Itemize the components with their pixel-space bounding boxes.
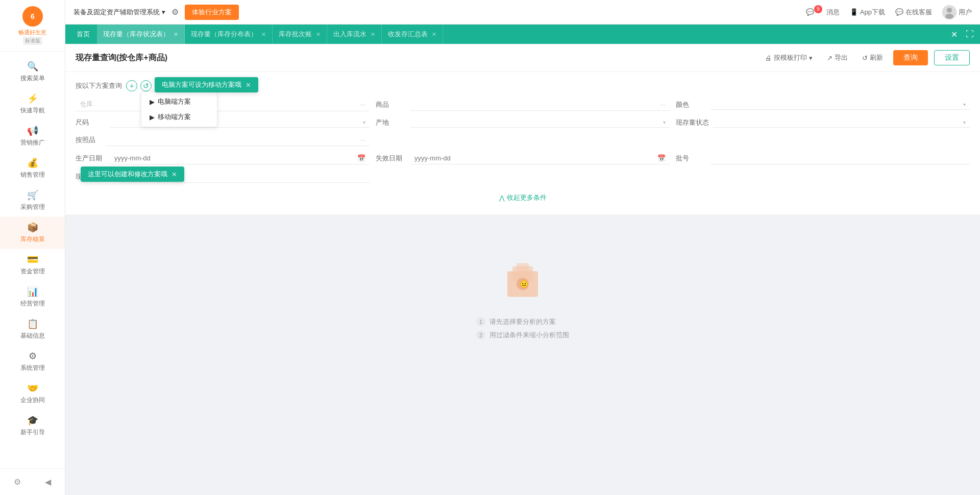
- filter-expiry-date: 失效日期 📅: [376, 152, 670, 164]
- app-download-btn[interactable]: 📱 App下载: [850, 8, 885, 17]
- sidebar-item-enterprise[interactable]: 🤝 企业协同: [0, 378, 65, 410]
- empty-steps: 1 请先选择要分析的方案 2 用过滤条件来缩小分析范围: [476, 317, 569, 340]
- scheme-expand-pc: ▶: [150, 98, 155, 106]
- batch-label: 批号: [676, 154, 706, 163]
- warehouse-select[interactable]: 仓库 ···: [76, 98, 370, 111]
- scheme-expand-mobile: ▶: [150, 113, 155, 121]
- sidebar-item-finance[interactable]: 💳 资金管理: [0, 249, 65, 281]
- expiry-date-calendar-icon[interactable]: 📅: [657, 154, 666, 162]
- messages-btn[interactable]: 💬 9 消息: [806, 8, 840, 17]
- message-label: 消息: [826, 8, 840, 17]
- refresh-icon: ↺: [862, 54, 868, 62]
- step-2-num: 2: [476, 331, 485, 340]
- scheme-tooltip-text: 电脑方案可设为移动方案哦: [162, 80, 241, 89]
- main-area: 装备及固定资产辅助管理系统 ▾ ⚙ 体验行业方案 💬 9 消息 📱 App下载 …: [65, 0, 980, 495]
- scheme-tooltip2: 这里可以创建和修改方案哦 ✕: [81, 167, 184, 182]
- stock-max-input[interactable]: [169, 173, 365, 180]
- sidebar-item-guide[interactable]: 🎓 新手引导: [0, 410, 65, 442]
- sidebar-item-inventory-label: 库存核算: [20, 235, 45, 244]
- filter-add-btn[interactable]: +: [126, 80, 137, 91]
- sidebar-item-operation[interactable]: 📊 经营管理: [0, 281, 65, 313]
- sidebar-item-system[interactable]: ⚙ 系统管理: [0, 345, 65, 378]
- sidebar-item-purchase[interactable]: 🛒 采购管理: [0, 184, 65, 217]
- category-dots: ···: [360, 136, 365, 144]
- expiry-date-input[interactable]: [414, 154, 655, 162]
- batch-input[interactable]: [710, 152, 970, 164]
- system-title-btn[interactable]: 装备及固定资产辅助管理系统 ▾: [74, 8, 165, 17]
- size-label: 尺码: [76, 118, 106, 127]
- tab-inventory-dist[interactable]: 现存量（库存分布表） ✕: [185, 25, 273, 44]
- top-bar-right: 💬 9 消息 📱 App下载 💬 在线客服 用户: [806, 5, 972, 19]
- sidebar-collapse-btn[interactable]: ◀: [43, 475, 53, 489]
- svg-rect-7: [517, 263, 529, 271]
- tab-collect-summary[interactable]: 收发存汇总表 ✕: [382, 25, 443, 44]
- support-icon: 💬: [895, 8, 903, 16]
- content: 现存量查询(按仓库+商品) 🖨 按模板打印 ▾ ↗ 导出 ↺ 刷新 查询 设置: [65, 44, 980, 495]
- sidebar-item-purchase-label: 采购管理: [20, 203, 45, 211]
- prod-date-input[interactable]: [114, 154, 355, 162]
- tab-close-inout-flow[interactable]: ✕: [371, 31, 375, 38]
- collapse-bar[interactable]: ⋀ 收起更多条件: [76, 189, 970, 206]
- scheme-item-pc[interactable]: ▶ 电脑端方案: [141, 94, 217, 109]
- category-select[interactable]: ···: [105, 134, 370, 146]
- reset-button[interactable]: 设置: [934, 50, 970, 65]
- operation-icon: 📊: [27, 286, 38, 297]
- sidebar-item-sales[interactable]: 💰 销售管理: [0, 152, 65, 184]
- filter-row5-empty1: [376, 171, 670, 183]
- scheme-tooltip-close[interactable]: ✕: [246, 81, 251, 89]
- filter-refresh-btn[interactable]: ↺: [140, 80, 152, 91]
- tab-inout-flow[interactable]: 出入库流水 ✕: [327, 25, 382, 44]
- scheme-mobile-label: 移动端方案: [158, 112, 191, 122]
- export-btn[interactable]: ↗ 导出: [823, 51, 852, 64]
- svg-point-4: [945, 14, 953, 19]
- filter-area: 电脑方案可设为移动方案哦 ✕ 这里可以创建和修改方案哦 ✕ 按以下方案查询 + …: [65, 72, 980, 215]
- sidebar-item-search-label: 搜索菜单: [20, 74, 45, 83]
- scheme-tooltip2-close[interactable]: ✕: [172, 171, 177, 178]
- expiry-date-input-wrap[interactable]: 📅: [410, 152, 670, 164]
- tab-batch-account[interactable]: 库存批次账 ✕: [273, 25, 327, 44]
- tab-close-inventory-dist[interactable]: ✕: [261, 31, 266, 38]
- sidebar-item-search[interactable]: 🔍 搜索菜单: [0, 56, 65, 88]
- tab-close-inventory-status[interactable]: ✕: [174, 31, 178, 38]
- sidebar-item-finance-label: 资金管理: [20, 267, 45, 276]
- filter-row-3: 按照品 ···: [76, 134, 970, 146]
- gear-btn[interactable]: ⚙: [172, 7, 179, 17]
- scheme-item-mobile[interactable]: ▶ 移动端方案: [141, 109, 217, 125]
- svg-point-3: [947, 8, 952, 13]
- color-select[interactable]: ▾: [710, 100, 970, 110]
- step-1-text: 请先选择要分析的方案: [489, 317, 556, 326]
- support-btn[interactable]: 💬 在线客服: [895, 8, 932, 17]
- query-button[interactable]: 查询: [893, 50, 928, 65]
- prod-date-calendar-icon[interactable]: 📅: [357, 154, 365, 162]
- sidebar-item-inventory[interactable]: 📦 库存核算: [0, 217, 65, 249]
- sidebar-item-operation-label: 经营管理: [20, 299, 45, 308]
- product-select[interactable]: ···: [410, 99, 670, 111]
- inventory-icon: 📦: [27, 222, 38, 233]
- page-header: 现存量查询(按仓库+商品) 🖨 按模板打印 ▾ ↗ 导出 ↺ 刷新 查询 设置: [65, 44, 980, 72]
- origin-label: 产地: [376, 118, 406, 127]
- quicknav-icon: ⚡: [27, 93, 38, 104]
- sidebar-item-marketing[interactable]: 📢 营销推广: [0, 120, 65, 152]
- tab-close-collect-summary[interactable]: ✕: [432, 31, 436, 38]
- logo-area: 6 畅通好生意 标准版: [0, 0, 65, 52]
- tab-maximize-btn[interactable]: ⛶: [964, 28, 976, 41]
- filter-row-4: 生产日期 📅 失效日期 📅 批号: [76, 152, 970, 164]
- guide-icon: 🎓: [27, 415, 38, 426]
- collapse-label: 收起更多条件: [507, 193, 547, 202]
- refresh-btn[interactable]: ↺ 刷新: [858, 51, 887, 64]
- print-btn[interactable]: 🖨 按模板打印 ▾: [761, 51, 817, 64]
- stock-status-select[interactable]: ▾: [713, 117, 970, 128]
- tab-home[interactable]: 首页: [69, 30, 97, 39]
- prod-date-input-wrap[interactable]: 📅: [110, 152, 370, 164]
- tab-inventory-status[interactable]: 现存量（库存状况表） ✕: [97, 25, 185, 44]
- page-title: 现存量查询(按仓库+商品): [76, 53, 167, 63]
- sidebar-item-basic[interactable]: 📋 基础信息: [0, 313, 65, 345]
- trial-button[interactable]: 体验行业方案: [185, 5, 239, 20]
- dropdown-icon: ▾: [162, 8, 165, 16]
- sidebar-item-quicknav[interactable]: ⚡ 快速导航: [0, 88, 65, 120]
- tab-minimize-btn[interactable]: ✕: [949, 28, 960, 41]
- origin-select[interactable]: ▾: [410, 117, 670, 128]
- user-btn[interactable]: 用户: [942, 5, 972, 19]
- sidebar-settings-btn[interactable]: ⚙: [12, 475, 23, 489]
- tab-close-batch-account[interactable]: ✕: [316, 31, 321, 38]
